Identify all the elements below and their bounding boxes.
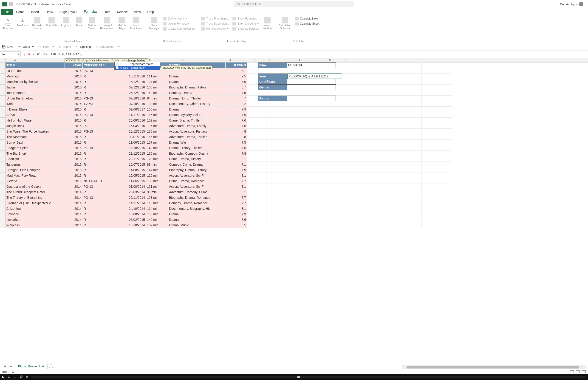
- cell-title[interactable]: Guardians of the Galaxy: [5, 184, 65, 189]
- cell-runtime[interactable]: 100 min: [146, 107, 168, 112]
- cell-released[interactable]: 10/07/2015: [114, 162, 146, 167]
- cell-runtime[interactable]: 121 min: [146, 184, 168, 189]
- cell-released[interactable]: 14/11/2014: [114, 200, 146, 206]
- recently-used-button[interactable]: Recently Used: [31, 16, 43, 31]
- cell-certificate[interactable]: R: [83, 85, 114, 90]
- cell-released[interactable]: 16/10/2015: [114, 145, 146, 151]
- email-button[interactable]: ✉Email: [58, 45, 71, 49]
- cell-rating[interactable]: 7.6: [225, 217, 247, 222]
- cell-certificate[interactable]: PG-13: [83, 195, 114, 200]
- autocomplete-option-false[interactable]: 📄FALSE - Exact match: [115, 66, 160, 70]
- cell-rating[interactable]: 7.5: [225, 140, 247, 145]
- enter-icon[interactable]: ✓: [33, 53, 35, 56]
- cell-title[interactable]: The Revenant: [5, 134, 65, 140]
- fx-icon[interactable]: fx: [37, 53, 40, 56]
- table-row[interactable]: Mad Max: Fury Road 2015 R 15/05/2015 120…: [0, 173, 588, 178]
- progress-track[interactable]: [31, 377, 586, 378]
- cell-title[interactable]: The Theory of Everything: [5, 195, 65, 200]
- cell-title[interactable]: La La Land: [5, 68, 65, 74]
- dots-icon[interactable]: ⋮: [23, 53, 26, 56]
- sheet-tab-active[interactable]: Films_Master_List: [15, 364, 48, 369]
- cell-certificate[interactable]: PG-13: [83, 129, 114, 134]
- tab-home[interactable]: Home: [13, 9, 28, 15]
- more-functions-button[interactable]: More Functions: [129, 16, 144, 31]
- rating-value[interactable]: [287, 95, 336, 101]
- table-row[interactable]: The Big Short 2015 R 23/12/2015 130 min …: [0, 151, 588, 156]
- table-row[interactable]: Arrival 2016 PG-13 11/11/2016 116 min Dr…: [0, 112, 588, 118]
- cell-title[interactable]: Leviathan: [5, 217, 65, 222]
- cell-released[interactable]: 26/11/2014: [114, 195, 146, 200]
- cell-year[interactable]: 2016: [65, 118, 83, 123]
- table-row[interactable]: Spotlight 2015 R 20/11/2015 128 min Crim…: [0, 156, 588, 162]
- cell-certificate[interactable]: R: [83, 173, 114, 178]
- cell-certificate[interactable]: PG: [83, 123, 114, 129]
- progress-handle[interactable]: [297, 376, 300, 378]
- cell-released[interactable]: 15/05/2015: [114, 173, 146, 178]
- cell-rating[interactable]: 7.9: [225, 79, 247, 85]
- cell-year[interactable]: 2014: [65, 211, 83, 217]
- autocomplete-option-true[interactable]: 📄TRUE - Approximate match: [115, 62, 160, 66]
- cell-year[interactable]: 2016: [65, 79, 83, 85]
- table-row[interactable]: Guardians of the Galaxy 2014 PG-13 01/08…: [0, 184, 588, 189]
- cancel-icon[interactable]: ✕: [28, 53, 30, 56]
- table-row[interactable]: Birdman or (The Unexpected V 2014 R 14/1…: [0, 200, 588, 206]
- cell-released[interactable]: 09/06/2017: [114, 107, 146, 112]
- volume-icon[interactable]: 🔊: [19, 375, 23, 379]
- cell-released[interactable]: 18/11/2016: [114, 74, 146, 79]
- sheet-prev-icon[interactable]: ◀: [2, 365, 7, 368]
- cell-certificate[interactable]: PG-13: [83, 112, 114, 118]
- cell-title[interactable]: Son of Saul: [5, 140, 65, 145]
- autosum-button[interactable]: ΣAutoSum: [15, 16, 30, 28]
- cell-released[interactable]: 15/10/2014: [114, 222, 146, 228]
- cell-rating[interactable]: 7.5: [225, 123, 247, 129]
- cell-title[interactable]: Boyhood: [5, 211, 65, 217]
- cell-title[interactable]: The Big Short: [5, 151, 65, 156]
- cell-certificate[interactable]: R: [83, 211, 114, 217]
- cell-released[interactable]: 20/11/2015: [114, 156, 146, 162]
- col-header-m[interactable]: M: [315, 58, 346, 62]
- cell-rating[interactable]: 8.1: [225, 156, 247, 162]
- cell-rating[interactable]: 7.5: [225, 74, 247, 79]
- cell-certificate[interactable]: R: [83, 107, 114, 112]
- calculate-sheet-button[interactable]: Calculate Sheet: [294, 21, 321, 26]
- cell-rating[interactable]: 7.5: [225, 90, 247, 95]
- spelling-button[interactable]: ✓Spelling: [75, 45, 91, 49]
- save-button[interactable]: 💾Save: [2, 45, 14, 49]
- cell-runtime[interactable]: 136 min: [146, 129, 168, 134]
- logical-button[interactable]: Logical: [60, 16, 72, 28]
- table-row[interactable]: The Revenant 2015 R 08/01/2016 156 min A…: [0, 134, 588, 140]
- cell-released[interactable]: 11/11/2016: [114, 112, 146, 118]
- cell-certificate[interactable]: R: [83, 151, 114, 156]
- table-row[interactable]: Citizenfour 2014 R 24/10/2014 114 min Do…: [0, 206, 588, 211]
- cell-rating[interactable]: 8.1: [225, 206, 247, 211]
- cell-title[interactable]: Toni Erdmann: [5, 90, 65, 95]
- cell-certificate[interactable]: R: [83, 74, 114, 79]
- cell-genre[interactable]: Drama: [168, 217, 225, 222]
- col-header-i[interactable]: I: [160, 58, 206, 62]
- tab-file[interactable]: File: [1, 9, 13, 15]
- cell-released[interactable]: 16/12/2016: [114, 79, 146, 85]
- cell-rating[interactable]: 7.7: [225, 200, 247, 206]
- cell-genre[interactable]: Drama, Mystery, Sci-Fi: [168, 112, 225, 118]
- play-icon[interactable]: ▶: [2, 375, 4, 379]
- cell-certificate[interactable]: PG-13: [83, 145, 114, 151]
- col-header-l[interactable]: L: [285, 58, 315, 62]
- certificate-value[interactable]: [287, 79, 336, 85]
- cell-year[interactable]: 2014: [65, 189, 83, 195]
- cell-runtime[interactable]: 156 min: [146, 134, 168, 140]
- cell-genre[interactable]: Adventure, Comedy, Crime: [168, 189, 225, 195]
- cell-rating[interactable]: 7.7: [225, 195, 247, 200]
- cell-released[interactable]: 28/03/2014: [114, 189, 146, 195]
- cell-genre[interactable]: Biography, Drama, History: [168, 167, 225, 173]
- cell-year[interactable]: 2016: [65, 74, 83, 79]
- cell-certificate[interactable]: R: [83, 200, 114, 206]
- cell-year[interactable]: 2015: [65, 134, 83, 140]
- col-header-k[interactable]: K: [255, 58, 285, 62]
- cell-rating[interactable]: 7.6: [225, 145, 247, 151]
- cell-title[interactable]: 13th: [5, 101, 65, 107]
- page-layout-view-icon[interactable]: [576, 370, 580, 373]
- table-row[interactable]: The Theory of Everything 2014 PG-13 26/1…: [0, 195, 588, 200]
- cell-runtime[interactable]: 107 min: [146, 140, 168, 145]
- cell-genre[interactable]: Crime, Drama, Romance: [168, 178, 225, 184]
- cell-rating[interactable]: 7.1: [225, 162, 247, 167]
